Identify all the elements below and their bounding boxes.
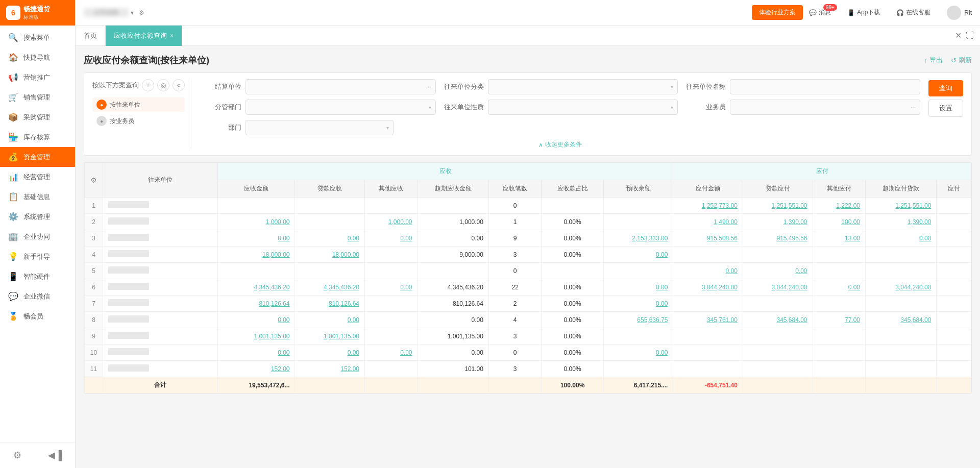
sidebar-item-sales[interactable]: 🛒销售管理 — [0, 87, 75, 107]
close-window-btn[interactable]: ✕ — [955, 31, 962, 40]
gear-icon[interactable]: ⚙ — [139, 9, 144, 16]
cell-value[interactable]: 0.00 — [365, 279, 418, 295]
cell-value[interactable]: 0.00 — [813, 279, 865, 295]
cell-value[interactable]: 152.00 — [217, 361, 295, 377]
app-download-btn[interactable]: 📱 App下载 — [847, 8, 880, 17]
cell-value[interactable]: 0.00 — [603, 247, 673, 263]
cell-value[interactable]: 3,044,240.00 — [743, 279, 813, 295]
sidebar-collapse-btn[interactable]: ◀▐ — [44, 448, 66, 463]
sidebar-item-search[interactable]: 🔍搜索菜单 — [0, 28, 75, 47]
cell-value[interactable]: 0.00 — [673, 263, 743, 279]
maximize-btn[interactable]: ⛶ — [966, 31, 974, 40]
cell-value[interactable]: 0.00 — [217, 312, 295, 328]
cell-value[interactable]: 0.00 — [743, 263, 813, 279]
cell-value[interactable]: 0.00 — [865, 230, 936, 247]
cell-value[interactable]: 655,636.75 — [603, 312, 673, 328]
refresh-btn[interactable]: ↺ 刷新 — [951, 56, 972, 65]
dept-input[interactable]: ▾ — [246, 120, 394, 135]
cell-value[interactable]: 152.00 — [295, 361, 365, 377]
cell-value[interactable]: 1,000.00 — [217, 214, 295, 230]
cell-value[interactable]: 0.00 — [295, 344, 365, 361]
tab-home[interactable]: 首页 — [76, 26, 106, 46]
cell-value[interactable]: 810,126.64 — [217, 295, 295, 312]
cell-value[interactable]: 345,684.00 — [865, 312, 936, 328]
cell-value[interactable]: 3,044,240.00 — [673, 279, 743, 295]
cell-value[interactable]: 13.00 — [813, 230, 865, 247]
sidebar-item-inventory[interactable]: 🏪库存核算 — [0, 127, 75, 147]
cell-value[interactable]: 1,251,551.00 — [743, 198, 813, 214]
cell-value — [365, 263, 418, 279]
cell-value[interactable]: 345,761.00 — [673, 312, 743, 328]
export-btn[interactable]: ↑ 导出 — [924, 56, 943, 65]
cell-value[interactable]: 1,390.00 — [743, 214, 813, 230]
cell-value[interactable]: 0.00 — [217, 344, 295, 361]
unit-nature-input[interactable]: ▾ — [488, 100, 678, 115]
sidebar-item-marketing[interactable]: 📢营销推广 — [0, 67, 75, 87]
cell-value[interactable]: 0.00 — [603, 295, 673, 312]
cell-value[interactable]: 2,153,333.00 — [603, 230, 673, 247]
sidebar-item-purchase[interactable]: 📦采购管理 — [0, 107, 75, 127]
cell-value[interactable]: 1,490.00 — [673, 214, 743, 230]
query-type-by_staff[interactable]: ●按业务员 — [92, 114, 185, 128]
settings-col-header[interactable]: ⚙ — [85, 163, 103, 198]
cell-value[interactable]: 915,495.56 — [743, 230, 813, 247]
settlement-unit-input[interactable]: ··· — [246, 79, 436, 94]
sidebar-item-member[interactable]: 🏅畅会员 — [0, 306, 75, 326]
cell-value[interactable]: 1,390.00 — [865, 214, 936, 230]
sidebar-settings-btn[interactable]: ⚙ — [9, 448, 26, 463]
cell-value[interactable]: 4,345,436.20 — [295, 279, 365, 295]
cell-value[interactable]: 1,251,551.00 — [865, 198, 936, 214]
cell-value[interactable]: 0.00 — [603, 344, 673, 361]
sidebar-item-funds[interactable]: 💰资金管理 — [0, 147, 75, 167]
cell-value[interactable]: 1,222.00 — [813, 198, 865, 214]
dept-manage-input[interactable]: ▾ — [246, 100, 436, 115]
query-type-by_unit[interactable]: ●按往来单位 — [92, 97, 185, 112]
cell-value[interactable]: 0.00 — [295, 230, 365, 247]
sidebar-item-system[interactable]: ⚙️系统管理 — [0, 207, 75, 227]
trial-btn[interactable]: 体验行业方案 — [752, 5, 803, 20]
salesperson-input[interactable]: ··· — [730, 100, 920, 115]
cell-value[interactable]: 915,508.56 — [673, 230, 743, 247]
cell-value[interactable]: 0.00 — [365, 344, 418, 361]
tab-active[interactable]: 应收应付余额查询 × — [106, 26, 182, 46]
cell-value[interactable]: 0.00 — [365, 230, 418, 247]
unit-name-input[interactable] — [730, 79, 920, 94]
cell-value[interactable]: 1,001,135.00 — [217, 328, 295, 344]
sidebar-item-quicknav[interactable]: 🏠快捷导航 — [0, 47, 75, 67]
cell-value[interactable]: 18,000.00 — [217, 247, 295, 263]
row-seq: 5 — [85, 263, 103, 279]
cell-value[interactable]: 1,001,135.00 — [295, 328, 365, 344]
sidebar-item-corp[interactable]: 🏢企业协同 — [0, 227, 75, 247]
collapse-filter-btn[interactable]: ∧ 收起更多条件 — [538, 140, 582, 149]
user-profile[interactable]: Rit — [947, 6, 972, 20]
cell-value[interactable]: 1,000.00 — [365, 214, 418, 230]
settings-btn[interactable]: 设置 — [928, 100, 963, 117]
sidebar-item-operations[interactable]: 📊经营管理 — [0, 167, 75, 187]
dropdown-arrow[interactable]: ▾ — [131, 9, 134, 16]
by_unit-icon: ● — [96, 100, 107, 110]
cell-value[interactable]: 4,345,436.20 — [217, 279, 295, 295]
online-service-btn[interactable]: 🎧 在线客服 — [896, 8, 930, 17]
cell-value[interactable]: 810,126.64 — [295, 295, 365, 312]
sidebar-item-guide[interactable]: 💡新手引导 — [0, 247, 75, 266]
query-btn[interactable]: 查询 — [928, 80, 963, 96]
more-filter-btn[interactable]: « — [173, 79, 185, 91]
edit-filter-btn[interactable]: ◎ — [157, 79, 169, 91]
sidebar-item-basic[interactable]: 📋基础信息 — [0, 187, 75, 207]
cell-value[interactable]: 3,044,240.00 — [865, 279, 936, 295]
unit-category-input[interactable]: ▾ — [488, 79, 678, 94]
cell-value[interactable]: 100.00 — [813, 214, 865, 230]
cell-value[interactable]: 77.00 — [813, 312, 865, 328]
cell-value[interactable]: 0.00 — [603, 279, 673, 295]
row-unit — [103, 344, 218, 361]
sidebar-item-hardware[interactable]: 📱智能硬件 — [0, 266, 75, 286]
add-filter-btn[interactable]: + — [142, 79, 154, 91]
tab-close-btn[interactable]: × — [170, 32, 174, 39]
cell-value[interactable]: 0.00 — [217, 230, 295, 247]
cell-value[interactable]: 0.00 — [295, 312, 365, 328]
cell-value[interactable]: 345,684.00 — [743, 312, 813, 328]
message-btn[interactable]: 💬 消息 99+ — [809, 8, 831, 17]
cell-value[interactable]: 1,252,773.00 — [673, 198, 743, 214]
sidebar-item-wechat[interactable]: 💬企业微信 — [0, 286, 75, 306]
cell-value[interactable]: 18,000.00 — [295, 247, 365, 263]
